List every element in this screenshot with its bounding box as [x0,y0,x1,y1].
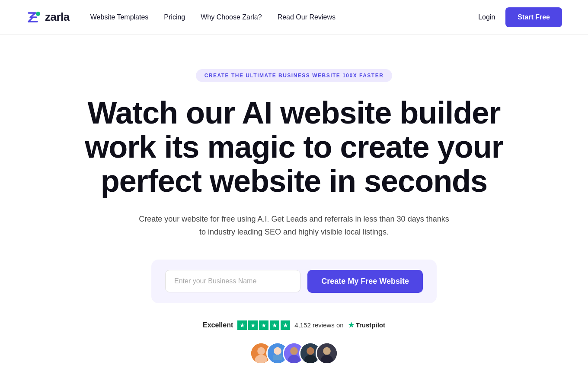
hero-section: CREATE THE ULTIMATE BUSINESS WEBSITE 100… [0,35,588,371]
nav-right: Login Start Free [478,7,562,27]
nav-link-templates[interactable]: Website Templates [90,13,149,21]
nav-link-why[interactable]: Why Choose Zarla? [201,13,262,21]
nav-link-pricing[interactable]: Pricing [164,13,185,21]
star-1 [237,320,247,330]
start-free-button[interactable]: Start Free [505,7,562,27]
hero-subtitle: Create your website for free using A.I. … [138,212,450,239]
nav-item-why[interactable]: Why Choose Zarla? [201,13,262,21]
star-4 [270,320,279,330]
nav-link-reviews[interactable]: Read Our Reviews [278,13,336,21]
svg-point-6 [274,347,281,355]
avatar-5 [316,342,338,365]
trustpilot-stars [237,320,290,330]
star-3 [259,320,268,330]
star-5 [281,320,290,330]
zarla-logo-icon [26,10,42,25]
svg-point-13 [307,347,314,355]
trustpilot-logo: ★ Trustpilot [348,321,385,329]
logo-text: zarla [45,10,70,24]
trustpilot-star-icon: ★ [348,321,354,329]
svg-point-10 [290,347,298,355]
login-button[interactable]: Login [478,13,495,21]
trustpilot-row: Excellent 4,152 reviews on ★ Trustpilot [203,320,385,330]
create-website-button[interactable]: Create My Free Website [307,270,423,293]
navbar: zarla Website Templates Pricing Why Choo… [0,0,588,35]
trustpilot-reviews-text: 4,152 reviews on [294,321,343,329]
star-2 [248,320,258,330]
trustpilot-brand-name: Trustpilot [356,321,385,329]
svg-rect-8 [273,355,282,360]
nav-links: Website Templates Pricing Why Choose Zar… [90,13,336,21]
svg-point-16 [323,347,331,355]
trustpilot-excellent: Excellent [203,321,233,329]
nav-item-templates[interactable]: Website Templates [90,13,149,21]
logo[interactable]: zarla [26,10,70,25]
hero-title: Watch our AI website builder work its ma… [56,96,532,199]
nav-item-pricing[interactable]: Pricing [164,13,185,21]
svg-point-3 [257,347,265,355]
business-name-input[interactable] [165,270,300,292]
cta-box: Create My Free Website [151,260,437,303]
hero-badge: CREATE THE ULTIMATE BUSINESS WEBSITE 100… [196,69,393,82]
nav-item-reviews[interactable]: Read Our Reviews [278,13,336,21]
avatars-row [250,342,338,365]
nav-left: zarla Website Templates Pricing Why Choo… [26,10,336,25]
svg-point-1 [36,12,40,16]
